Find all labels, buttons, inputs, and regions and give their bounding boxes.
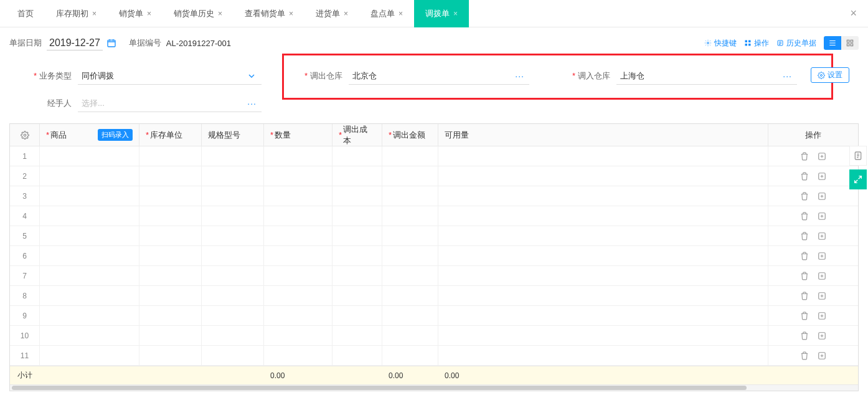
biz-type-input[interactable] [78, 67, 262, 85]
in-wh-input[interactable] [616, 67, 797, 85]
delete-row-icon[interactable] [800, 232, 809, 240]
delete-row-icon[interactable] [800, 351, 809, 360]
add-row-icon[interactable] [818, 331, 826, 340]
handler-input[interactable] [78, 95, 262, 112]
add-row-icon[interactable] [818, 292, 826, 300]
list-view-button[interactable] [824, 36, 841, 50]
scan-entry-button[interactable]: 扫码录入 [98, 129, 133, 141]
cell-unit[interactable] [139, 246, 202, 265]
cell-amount[interactable] [382, 146, 438, 166]
cell-amount[interactable] [382, 246, 438, 265]
cell-amount[interactable] [382, 166, 438, 186]
cell-spec[interactable] [202, 306, 264, 325]
cell-qty[interactable] [264, 186, 333, 206]
cell-unit[interactable] [139, 326, 202, 345]
add-row-icon[interactable] [818, 212, 826, 221]
cell-amount[interactable] [382, 306, 438, 325]
cell-product[interactable] [40, 326, 139, 345]
cell-spec[interactable] [202, 346, 264, 365]
cell-unit[interactable] [139, 266, 202, 285]
cell-unit[interactable] [139, 306, 202, 325]
chevron-down-icon[interactable] [247, 71, 257, 81]
more-icon[interactable]: ··· [515, 71, 524, 81]
cell-spec[interactable] [202, 186, 264, 206]
cell-qty[interactable] [264, 306, 333, 325]
table-row[interactable]: 10 [10, 326, 858, 346]
horizontal-scrollbar[interactable] [10, 384, 858, 391]
cell-unit[interactable] [139, 186, 202, 206]
add-row-icon[interactable] [818, 152, 826, 161]
cell-spec[interactable] [202, 166, 264, 186]
delete-row-icon[interactable] [800, 152, 809, 161]
operate-link[interactable]: 操作 [744, 38, 769, 49]
delete-row-icon[interactable] [800, 212, 809, 221]
cell-spec[interactable] [202, 286, 264, 305]
table-row[interactable]: 4 [10, 206, 858, 226]
grid-view-button[interactable] [841, 36, 859, 50]
cell-product[interactable] [40, 186, 139, 206]
cell-product[interactable] [40, 346, 139, 365]
add-row-icon[interactable] [818, 172, 826, 181]
cell-cost[interactable] [333, 246, 382, 265]
cell-product[interactable] [40, 286, 139, 305]
history-link[interactable]: 历史单据 [776, 38, 816, 49]
close-all-icon[interactable]: × [845, 7, 862, 20]
close-icon[interactable]: × [147, 0, 151, 27]
tab-view-sales[interactable]: 查看销货单× [234, 0, 304, 27]
delete-row-icon[interactable] [800, 312, 809, 320]
add-row-icon[interactable] [818, 192, 826, 201]
delete-row-icon[interactable] [800, 172, 809, 181]
add-row-icon[interactable] [818, 351, 826, 360]
scrollbar-thumb[interactable] [12, 386, 747, 390]
cell-product[interactable] [40, 166, 139, 186]
more-icon[interactable]: ··· [247, 98, 257, 108]
cell-qty[interactable] [264, 226, 333, 245]
calendar-icon[interactable] [106, 38, 116, 48]
cell-amount[interactable] [382, 206, 438, 226]
tab-purchase-order[interactable]: 进货单× [304, 0, 359, 27]
cell-qty[interactable] [264, 286, 333, 305]
tab-transfer-order[interactable]: 调拨单× [414, 0, 469, 27]
cell-product[interactable] [40, 146, 139, 166]
cell-cost[interactable] [333, 346, 382, 365]
tab-inventory-init[interactable]: 库存期初× [45, 0, 108, 27]
expand-icon[interactable] [849, 169, 867, 189]
add-row-icon[interactable] [818, 272, 826, 280]
cell-unit[interactable] [139, 286, 202, 305]
close-icon[interactable]: × [453, 0, 458, 27]
cell-spec[interactable] [202, 266, 264, 285]
gear-column[interactable] [10, 124, 40, 146]
cell-spec[interactable] [202, 246, 264, 265]
cell-cost[interactable] [333, 266, 382, 285]
cell-amount[interactable] [382, 266, 438, 285]
cell-cost[interactable] [333, 286, 382, 305]
cell-product[interactable] [40, 266, 139, 285]
delete-row-icon[interactable] [800, 331, 809, 340]
settings-button[interactable]: 设置 [811, 67, 849, 83]
delete-row-icon[interactable] [800, 272, 809, 280]
close-icon[interactable]: × [289, 0, 293, 27]
close-icon[interactable]: × [92, 0, 97, 27]
cell-qty[interactable] [264, 346, 333, 365]
table-row[interactable]: 9 [10, 306, 858, 326]
table-row[interactable]: 11 [10, 346, 858, 366]
cell-spec[interactable] [202, 146, 264, 166]
shortcut-link[interactable]: 快捷键 [704, 38, 737, 49]
delete-row-icon[interactable] [800, 192, 809, 201]
delete-row-icon[interactable] [800, 252, 809, 260]
close-icon[interactable]: × [344, 0, 348, 27]
close-icon[interactable]: × [218, 0, 222, 27]
more-icon[interactable]: ··· [783, 71, 792, 81]
add-row-icon[interactable] [818, 252, 826, 260]
cell-qty[interactable] [264, 246, 333, 265]
tab-stocktake[interactable]: 盘点单× [359, 0, 414, 27]
cell-amount[interactable] [382, 226, 438, 245]
cell-product[interactable] [40, 206, 139, 226]
cell-spec[interactable] [202, 226, 264, 245]
cell-product[interactable] [40, 226, 139, 245]
cell-cost[interactable] [333, 306, 382, 325]
table-row[interactable]: 2 [10, 166, 858, 186]
table-row[interactable]: 6 [10, 246, 858, 266]
close-icon[interactable]: × [399, 0, 403, 27]
cell-qty[interactable] [264, 206, 333, 226]
